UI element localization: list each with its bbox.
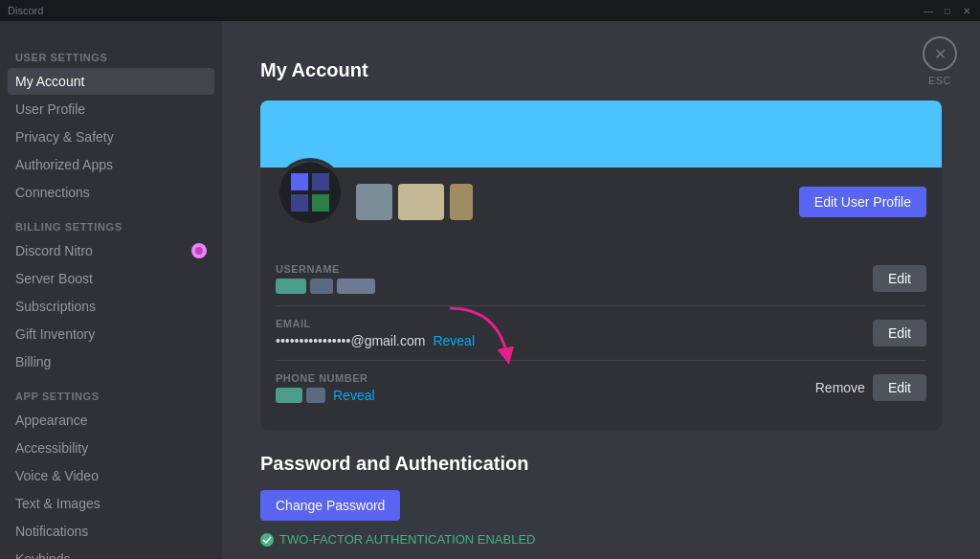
swatch-1[interactable]	[356, 184, 392, 220]
change-password-button[interactable]: Change Password	[260, 490, 400, 521]
sidebar-item-label: Billing	[15, 354, 51, 369]
esc-circle-icon: ✕	[923, 36, 957, 71]
phone-actions: Remove Edit	[815, 374, 926, 401]
sidebar-item-connections[interactable]: Connections	[8, 179, 214, 206]
edit-profile-button[interactable]: Edit User Profile	[799, 187, 926, 217]
nitro-badge	[191, 243, 207, 258]
email-reveal-link[interactable]: Reveal	[433, 333, 475, 348]
close-button[interactable]: ✕	[961, 5, 972, 16]
svg-rect-1	[312, 173, 329, 190]
sidebar-item-authorized-apps[interactable]: Authorized Apps	[8, 151, 214, 178]
two-factor-note: TWO-FACTOR AUTHENTICATION ENABLED	[260, 532, 942, 547]
sidebar-item-text-images[interactable]: Text & Images	[8, 490, 214, 517]
app-settings-label: APP SETTINGS	[8, 383, 214, 406]
username-edit-button[interactable]: Edit	[873, 265, 926, 292]
profile-card: Edit User Profile USERNAME	[260, 101, 942, 430]
sidebar-item-keybinds[interactable]: Keybinds	[8, 546, 214, 559]
account-fields: USERNAME Edit	[260, 252, 942, 430]
email-label: EMAIL	[276, 318, 873, 329]
sidebar-item-discord-nitro[interactable]: Discord Nitro	[8, 237, 214, 264]
phone-reveal-link[interactable]: Reveal	[333, 388, 375, 403]
username-blur-1	[276, 279, 306, 294]
swatch-3[interactable]	[450, 184, 473, 220]
titlebar: Discord — □ ✕	[0, 0, 980, 21]
svg-rect-2	[291, 194, 308, 212]
sidebar-item-user-profile[interactable]: User Profile	[8, 96, 214, 123]
email-value: ••••••••••••••••@gmail.com Reveal	[276, 333, 873, 348]
phone-label: PHONE NUMBER	[276, 372, 815, 384]
badge-inner	[195, 247, 203, 255]
sidebar: USER SETTINGS My Account User Profile Pr…	[0, 21, 222, 559]
app-container: USER SETTINGS My Account User Profile Pr…	[0, 21, 980, 559]
esc-button[interactable]: ✕ ESC	[923, 36, 957, 86]
username-blur-2	[310, 279, 333, 294]
sidebar-item-label: Voice & Video	[15, 468, 99, 483]
phone-remove-link[interactable]: Remove	[815, 380, 865, 395]
avatar-inner	[279, 162, 341, 223]
sidebar-item-appearance[interactable]: Appearance	[8, 407, 214, 434]
email-masked-text: ••••••••••••••••@gmail.com	[276, 333, 425, 348]
email-actions: Edit	[873, 320, 926, 347]
sidebar-item-server-boost[interactable]: Server Boost	[8, 265, 214, 292]
billing-settings-label: BILLING SETTINGS	[8, 213, 214, 236]
email-edit-button[interactable]: Edit	[873, 320, 926, 347]
sidebar-item-label: User Profile	[15, 101, 85, 117]
email-field-row: EMAIL ••••••••••••••••@gmail.com Reveal …	[276, 306, 926, 361]
sidebar-item-notifications[interactable]: Notifications	[8, 518, 214, 545]
sidebar-item-label: Appearance	[15, 413, 88, 428]
phone-value: Reveal	[276, 388, 815, 403]
discord-logo-icon	[287, 169, 333, 215]
username-blur-3	[337, 279, 375, 294]
sidebar-item-privacy-safety[interactable]: Privacy & Safety	[8, 123, 214, 150]
sidebar-item-label: My Account	[15, 74, 84, 89]
username-value	[276, 279, 873, 294]
sidebar-item-label: Notifications	[15, 524, 88, 539]
phone-blur-1	[276, 388, 302, 403]
minimize-button[interactable]: —	[923, 5, 934, 16]
sidebar-item-accessibility[interactable]: Accessibility	[8, 435, 214, 461]
username-field-content: USERNAME	[276, 263, 873, 294]
phone-blur-2	[306, 388, 325, 403]
app-title: Discord	[8, 5, 43, 16]
sidebar-item-label: Discord Nitro	[15, 243, 93, 258]
sidebar-item-subscriptions[interactable]: Subscriptions	[8, 293, 214, 320]
phone-field-content: PHONE NUMBER Reveal	[276, 372, 815, 403]
main-content: ✕ ESC My Account	[222, 21, 980, 559]
two-factor-text: TWO-FACTOR AUTHENTICATION ENABLED	[279, 532, 535, 547]
user-settings-label: USER SETTINGS	[8, 44, 214, 67]
sidebar-item-label: Gift Inventory	[15, 326, 95, 342]
username-field-row: USERNAME Edit	[276, 252, 926, 306]
sidebar-item-voice-video[interactable]: Voice & Video	[8, 462, 214, 489]
profile-info-row: Edit User Profile	[260, 168, 942, 252]
sidebar-item-label: Text & Images	[15, 496, 100, 511]
checkmark-icon	[260, 533, 274, 547]
swatch-2[interactable]	[398, 184, 444, 220]
phone-edit-button[interactable]: Edit	[873, 374, 926, 401]
sidebar-item-label: Authorized Apps	[15, 157, 113, 172]
sidebar-item-label: Subscriptions	[15, 299, 96, 314]
svg-point-4	[260, 533, 274, 547]
window-controls: — □ ✕	[923, 5, 972, 16]
username-label: USERNAME	[276, 263, 873, 275]
email-field-content: EMAIL ••••••••••••••••@gmail.com Reveal	[276, 318, 873, 348]
username-actions: Edit	[873, 265, 926, 292]
password-section: Password and Authentication Change Passw…	[260, 453, 942, 547]
color-swatches	[356, 184, 799, 220]
sidebar-item-gift-inventory[interactable]: Gift Inventory	[8, 321, 214, 347]
maximize-button[interactable]: □	[942, 5, 953, 16]
sidebar-item-label: Privacy & Safety	[15, 129, 114, 145]
sidebar-item-label: Server Boost	[15, 271, 93, 286]
phone-field-row: PHONE NUMBER Reveal Remove Edit	[276, 361, 926, 414]
sidebar-item-billing[interactable]: Billing	[8, 348, 214, 375]
svg-rect-3	[312, 194, 329, 212]
sidebar-item-my-account[interactable]: My Account	[8, 68, 214, 95]
page-title: My Account	[260, 59, 942, 81]
phone-blur	[276, 388, 325, 403]
username-blur	[276, 279, 375, 294]
sidebar-item-label: Connections	[15, 185, 90, 200]
sidebar-item-label: Accessibility	[15, 440, 88, 456]
avatar	[276, 158, 345, 227]
esc-label: ESC	[928, 75, 951, 86]
svg-rect-0	[291, 173, 308, 190]
password-section-title: Password and Authentication	[260, 453, 942, 475]
